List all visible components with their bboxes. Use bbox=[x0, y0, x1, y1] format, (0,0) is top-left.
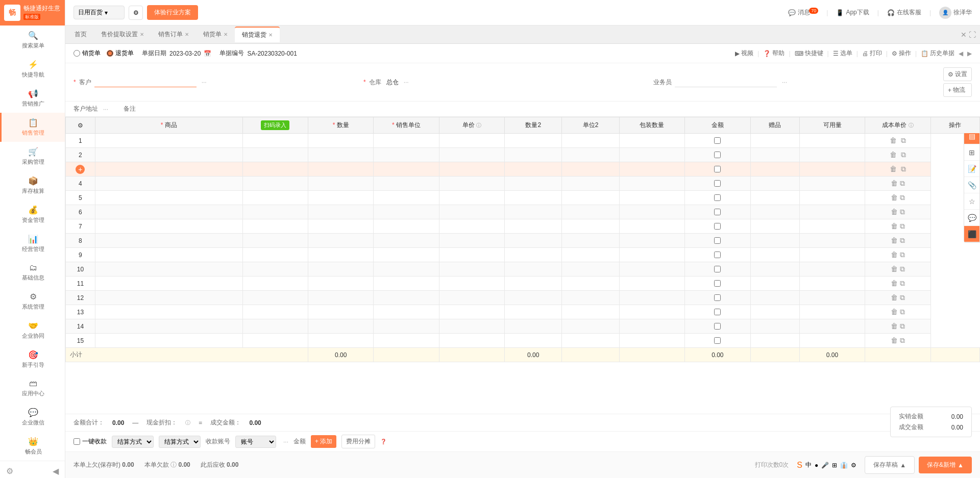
app-download-btn[interactable]: 📱 App下载 bbox=[836, 8, 869, 17]
customer-input[interactable] bbox=[94, 78, 197, 87]
trial-btn[interactable]: 体验行业方案 bbox=[147, 5, 198, 20]
message-btn[interactable]: 💬 消息 70 bbox=[788, 8, 818, 17]
copy-row-1-btn[interactable]: ⧉ bbox=[900, 135, 907, 146]
customer-more-btn[interactable]: ··· bbox=[202, 79, 207, 86]
select-action[interactable]: ☰ 选单 bbox=[833, 49, 852, 58]
pack-cell-1[interactable] bbox=[562, 134, 619, 148]
tab-sales-order-close[interactable]: ✕ bbox=[185, 32, 189, 37]
tab-close-icon[interactable]: ✕ bbox=[961, 31, 967, 39]
add-payment-btn[interactable]: + 添加 bbox=[311, 435, 336, 448]
new-unit-cell[interactable] bbox=[308, 162, 374, 177]
cost-cell-2[interactable] bbox=[799, 148, 865, 162]
cost-cell-1[interactable] bbox=[799, 134, 865, 148]
gift-cell-2[interactable] bbox=[685, 148, 750, 162]
del-9[interactable]: 🗑 bbox=[890, 249, 899, 260]
avail-cell-1[interactable] bbox=[750, 134, 799, 148]
sidebar-item-operation[interactable]: 📊 经营管理 bbox=[0, 229, 65, 258]
sidebar-item-newbie[interactable]: 🎯 新手引导 bbox=[0, 345, 65, 374]
sidebar-item-wechat[interactable]: 💬 企业微信 bbox=[0, 402, 65, 432]
one-click-pay-checkbox[interactable]: 一键收款 bbox=[74, 437, 107, 446]
gift-cb-12[interactable] bbox=[714, 294, 721, 301]
sidebar-item-marketing[interactable]: 📢 营销推广 bbox=[0, 84, 65, 113]
video-action[interactable]: ▶ 视频 bbox=[735, 49, 753, 58]
new-amount-cell[interactable] bbox=[619, 162, 684, 177]
toolbar-icon-4[interactable]: ⊞ bbox=[832, 462, 837, 469]
gift-cb-5[interactable] bbox=[714, 194, 721, 201]
del-4[interactable]: 🗑 bbox=[890, 178, 899, 188]
copy-8[interactable]: ⧉ bbox=[899, 235, 906, 246]
qty2-cell-1[interactable] bbox=[439, 134, 504, 148]
tab-sales-return[interactable]: 销货退货 ✕ bbox=[235, 27, 280, 42]
copy-9[interactable]: ⧉ bbox=[899, 249, 906, 260]
copy-6[interactable]: ⧉ bbox=[899, 207, 906, 217]
tab-sales-delivery-close[interactable]: ✕ bbox=[224, 32, 228, 37]
add-row-btn[interactable]: + bbox=[76, 165, 85, 174]
sidebar-settings-icon[interactable]: ⚙ bbox=[6, 466, 13, 476]
copy-7[interactable]: ⧉ bbox=[899, 221, 906, 232]
del-13[interactable]: 🗑 bbox=[890, 307, 899, 317]
gift-cb-10[interactable] bbox=[714, 266, 721, 272]
del-6[interactable]: 🗑 bbox=[890, 207, 899, 217]
unit2-cell-2[interactable] bbox=[505, 148, 562, 162]
del-14[interactable]: 🗑 bbox=[890, 321, 899, 331]
delete-new-row-btn[interactable]: 🗑 bbox=[889, 164, 898, 174]
new-price-cell[interactable] bbox=[374, 162, 439, 177]
save-new-btn[interactable]: 保存&新增 ▲ bbox=[919, 457, 972, 473]
tab-expand-icon[interactable]: ⛶ bbox=[969, 31, 976, 39]
salesperson-input[interactable] bbox=[675, 78, 777, 87]
sidebar-collapse-icon[interactable]: ◀ bbox=[53, 466, 59, 476]
qty-cell-1[interactable] bbox=[242, 134, 308, 148]
logistics-btn[interactable]: + 物流 bbox=[943, 83, 972, 97]
gift-cb-7[interactable] bbox=[714, 223, 721, 230]
copy-10[interactable]: ⧉ bbox=[899, 264, 906, 274]
gift-cell-1[interactable] bbox=[685, 134, 750, 148]
tab-sales-return-close[interactable]: ✕ bbox=[268, 32, 273, 38]
sidebar-item-basic[interactable]: 🗂 基础信息 bbox=[0, 258, 65, 287]
toolbar-icon-6[interactable]: ⚙ bbox=[851, 462, 856, 469]
new-gift-cell[interactable] bbox=[685, 162, 750, 177]
print-action[interactable]: 🖨 打印 bbox=[862, 49, 882, 58]
copy-15[interactable]: ⧉ bbox=[899, 335, 906, 346]
doc-type-sale-radio[interactable]: 销货单 bbox=[74, 49, 101, 58]
calc-method-select[interactable]: 结算方式 bbox=[159, 436, 201, 448]
del-8[interactable]: 🗑 bbox=[890, 235, 899, 245]
amount-cell-1[interactable] bbox=[619, 134, 684, 148]
sidebar-item-apps[interactable]: 🗃 应用中心 bbox=[0, 374, 65, 402]
del-7[interactable]: 🗑 bbox=[890, 221, 899, 231]
new-unit2-cell[interactable] bbox=[505, 162, 562, 177]
gift-checkbox-2[interactable] bbox=[714, 152, 721, 158]
sidebar-item-shortcut[interactable]: ⚡ 快捷导航 bbox=[0, 55, 65, 84]
sidebar-item-member[interactable]: 👑 畅会员 bbox=[0, 432, 65, 461]
star-btn[interactable]: ☆ bbox=[964, 193, 979, 210]
account-no-select[interactable]: 账号 bbox=[235, 436, 276, 448]
prev-record-icon[interactable]: ◀ bbox=[959, 50, 963, 57]
price-info-icon[interactable]: ⓘ bbox=[476, 122, 481, 128]
sidebar-item-finance[interactable]: 💰 资金管理 bbox=[0, 200, 65, 229]
copy-12[interactable]: ⧉ bbox=[899, 292, 906, 303]
product-cell-1[interactable] bbox=[95, 134, 242, 148]
tab-home[interactable]: 首页 bbox=[67, 27, 94, 42]
chat-side-btn[interactable]: 💬 bbox=[964, 210, 979, 226]
card-view-btn[interactable]: ⊞ bbox=[964, 144, 979, 161]
gift-cb-14[interactable] bbox=[714, 323, 721, 330]
scan-side-btn[interactable]: ⬛ bbox=[964, 226, 979, 242]
doc-type-return-radio[interactable]: 退货单 bbox=[107, 49, 134, 58]
sidebar-item-purchase[interactable]: 🛒 采购管理 bbox=[0, 142, 65, 171]
avail-cell-2[interactable] bbox=[750, 148, 799, 162]
save-draft-btn[interactable]: 保存草稿 ▲ bbox=[865, 456, 915, 474]
address-more-btn[interactable]: ··· bbox=[103, 106, 108, 113]
sidebar-item-system[interactable]: ⚙ 系统管理 bbox=[0, 287, 65, 316]
help-action[interactable]: ❓ 帮助 bbox=[763, 49, 785, 58]
settle-method-select[interactable]: 结算方式 bbox=[112, 436, 154, 448]
th-settings[interactable]: ⚙ bbox=[66, 117, 95, 134]
discount-info-icon[interactable]: ⓘ bbox=[185, 419, 190, 426]
gift-cb-15[interactable] bbox=[714, 337, 721, 344]
scan-btn[interactable]: 扫码录入 bbox=[261, 120, 289, 130]
pack-cell-2[interactable] bbox=[562, 148, 619, 162]
copy-11[interactable]: ⧉ bbox=[899, 278, 906, 289]
note-btn[interactable]: 📝 bbox=[964, 161, 979, 177]
operate-action[interactable]: ⚙ 操作 bbox=[892, 49, 911, 58]
gift-checkbox-1[interactable] bbox=[714, 137, 721, 144]
gift-cb-6[interactable] bbox=[714, 209, 721, 215]
tab-sales-order[interactable]: 销售订单 ✕ bbox=[151, 27, 196, 42]
